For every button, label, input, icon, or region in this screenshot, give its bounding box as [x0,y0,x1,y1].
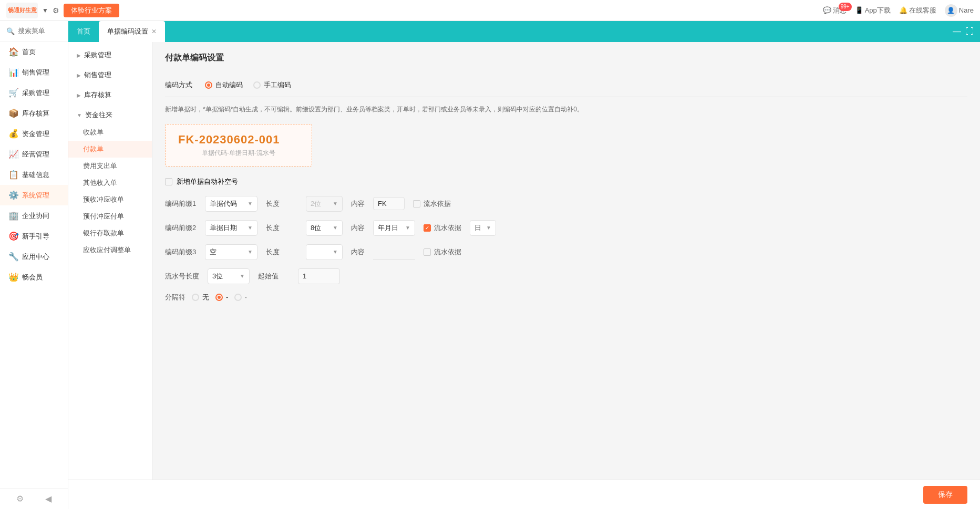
sidebar-item-sales[interactable]: 📊 销售管理 [0,62,68,82]
home-icon: 🏠 [8,47,18,57]
prefix3-content-value [373,244,415,260]
sub-sidebar-item-bank[interactable]: 银行存取款单 [68,225,152,242]
guide-icon: 🎯 [8,231,18,241]
prefix2-length-label: 长度 [266,223,297,233]
sidebar-collapse-icon[interactable]: ◀ [45,494,51,504]
radio-auto-code[interactable]: 自动编码 [205,80,243,90]
avatar-icon: 👤 [945,4,957,17]
sidebar-item-operation[interactable]: 📈 经营管理 [0,144,68,164]
auto-fill-checkbox[interactable] [165,178,172,185]
experience-btn[interactable]: 体验行业方案 [64,4,119,17]
preview-code: FK-20230602-001 [178,133,299,147]
prefix1-serial-checkbox[interactable] [413,200,420,207]
sidebar-search[interactable]: 🔍 搜索菜单 [0,21,68,41]
sub-sidebar-group-sales: ▶ 销售管理 [68,66,152,84]
sub-sidebar-item-ap-adjust[interactable]: 应收应付调整单 [68,242,152,258]
nav-arrow[interactable]: ▼ [42,7,48,14]
sidebar-item-appstore[interactable]: 🔧 应用中心 [0,246,68,267]
inventory-icon: 📦 [8,108,18,118]
sidebar-item-company[interactable]: 🏢 企业协同 [0,205,68,226]
message-btn[interactable]: 💬 消息 99+ [823,6,847,15]
save-button[interactable]: 保存 [923,486,967,504]
sub-sidebar-item-prepay-recv[interactable]: 预收冲应收单 [68,191,152,208]
serial-length-select[interactable]: 3位 ▼ [208,268,250,284]
tab-close-icon[interactable]: ✕ [151,28,157,35]
sidebar-item-home[interactable]: 🏠 首页 [0,41,68,62]
tab-serial-settings[interactable]: 单据编码设置 ✕ [99,21,165,42]
sidebar-item-purchase[interactable]: 🛒 采购管理 [0,82,68,103]
sidebar-item-member[interactable]: 👑 畅会员 [0,267,68,287]
sub-sidebar-group-fund: ▼ 资金往来 收款单 付款单 费用支出单 其他收入单 预收冲应收单 预付冲应付单… [68,106,152,258]
prefix2-content-select[interactable]: 年月日 ▼ [373,220,415,236]
sub-sidebar: ▶ 采购管理 ▶ 销售管理 ▶ 库存核算 ▼ 资金往来 收款单 付款单 费用支出… [68,42,152,509]
prefix3-serial-checkbox[interactable] [424,248,431,256]
sep-dash-radio[interactable]: - [215,293,228,301]
minimize-icon[interactable]: — [953,27,961,36]
prefix2-select[interactable]: 单据日期 ▼ [205,220,257,236]
start-value-input[interactable] [298,268,340,284]
top-bar: 畅通好生意 ▼ ⚙ 体验行业方案 💬 消息 99+ 📱 App下载 🔔 在线客服… [0,0,980,21]
prefix-row-3: 编码前缀3 空 ▼ 长度 ▼ 内容 流水依据 [165,244,967,260]
serial-length-label: 流水号长度 [165,272,199,281]
prefix3-select[interactable]: 空 ▼ [205,244,257,260]
prefix2-content-label: 内容 [351,223,365,233]
prefix2-content-arrow-icon: ▼ [405,225,410,231]
page-title: 付款单编码设置 [165,53,967,64]
sidebar-item-finance[interactable]: 💰 资金管理 [0,123,68,144]
app-download-btn[interactable]: 📱 App下载 [855,6,891,15]
sub-sidebar-inventory-calc[interactable]: ▶ 库存核算 [68,86,152,104]
main-content: ▶ 采购管理 ▶ 销售管理 ▶ 库存核算 ▼ 资金往来 收款单 付款单 费用支出… [68,42,980,509]
basic-icon: 📋 [8,170,18,180]
encoding-method-row: 编码方式 自动编码 手工编码 [165,74,967,97]
sidebar-item-inventory[interactable]: 📦 库存核算 [0,103,68,123]
sub-sidebar-item-prepay-pay[interactable]: 预付冲应付单 [68,208,152,225]
prefix-row-2: 编码前缀2 单据日期 ▼ 长度 8位 ▼ 内容 年月日 ▼ ✓ 流水依据 日 ▼ [165,220,967,236]
prefix1-arrow-icon: ▼ [247,201,253,206]
prefix3-length-select[interactable]: ▼ [306,244,343,260]
online-service-btn[interactable]: 🔔 在线客服 [899,6,936,15]
maximize-icon[interactable]: ⛶ [965,27,974,36]
sidebar-item-basic[interactable]: 📋 基础信息 [0,164,68,185]
message-badge: 99+ [839,3,852,11]
prefix3-serial-check[interactable]: 流水依据 [424,247,461,257]
radio-manual-code[interactable]: 手工编码 [253,80,291,90]
member-icon: 👑 [8,272,18,282]
prefix3-length-arrow-icon: ▼ [333,249,338,255]
prefix1-length-select[interactable]: 2位 ▼ [306,196,343,212]
sub-sidebar-item-other-income[interactable]: 其他收入单 [68,174,152,191]
prefix2-serial-check[interactable]: ✓ 流水依据 [424,223,461,233]
auto-fill-row: 新增单据自动补空号 [165,177,967,186]
prefix2-serial-checkbox[interactable]: ✓ [424,224,431,232]
sub-sidebar-item-receipt[interactable]: 收款单 [68,124,152,141]
start-value-label: 起始值 [258,272,290,281]
user-avatar[interactable]: 👤 Nare [945,4,974,17]
sep-none-radio[interactable]: 无 [192,293,209,302]
encoding-method-radio-group: 自动编码 手工编码 [205,80,291,90]
radio-manual-dot [253,81,261,89]
prefix3-length-label: 长度 [266,247,297,257]
sub-sidebar-sales-mgmt[interactable]: ▶ 销售管理 [68,66,152,84]
prefix1-select[interactable]: 单据代码 ▼ [205,196,257,212]
finance-icon: 💰 [8,129,18,139]
chevron-right-icon: ▶ [77,53,81,58]
sidebar-item-system[interactable]: ⚙️ 系统管理 [0,185,68,205]
sub-sidebar-item-expense[interactable]: 费用支出单 [68,158,152,174]
prefix3-content-label: 内容 [351,247,365,257]
sep-dot-radio[interactable]: · [234,293,247,301]
content-area: 付款单编码设置 编码方式 自动编码 手工编码 新增单据时，*单据编码*自动生成，… [152,42,980,509]
sub-sidebar-fund-mgmt[interactable]: ▼ 资金往来 [68,106,152,124]
prefix1-serial-check[interactable]: 流水依据 [413,199,451,209]
settings-icon[interactable]: ⚙ [53,6,59,15]
sub-sidebar-item-payment[interactable]: 付款单 [68,141,152,158]
prefix2-day-select[interactable]: 日 ▼ [470,220,496,236]
prefix2-length-select[interactable]: 8位 ▼ [306,220,343,236]
sidebar-item-guide[interactable]: 🎯 新手引导 [0,226,68,246]
sidebar-settings-icon[interactable]: ⚙ [16,494,24,504]
sub-sidebar-group-inventory: ▶ 库存核算 [68,86,152,104]
sub-sidebar-purchase-mgmt[interactable]: ▶ 采购管理 [68,46,152,64]
appstore-icon: 🔧 [8,252,18,262]
tab-home[interactable]: 首页 [68,21,99,42]
tab-bar: 首页 单据编码设置 ✕ — ⛶ [68,21,980,42]
operation-icon: 📈 [8,149,18,159]
chevron-right-icon-2: ▶ [77,72,81,78]
